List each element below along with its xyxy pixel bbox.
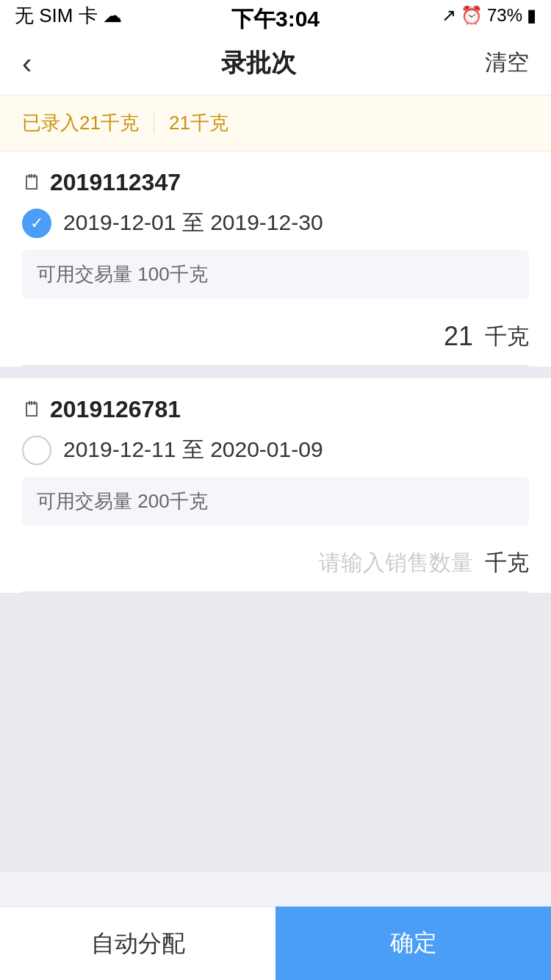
battery-level: 73% bbox=[487, 5, 522, 26]
summary-label: 已录入21千克 bbox=[22, 110, 139, 136]
batch-id-1: 2019112347 bbox=[50, 169, 181, 196]
batch-id-2: 2019126781 bbox=[50, 396, 181, 423]
status-right: ↗ ⏰ 73% ▮ bbox=[442, 5, 536, 26]
avail-row-1: 可用交易量 100千克 bbox=[22, 250, 529, 299]
status-left: 无 SIM 卡 ☁ bbox=[15, 3, 122, 29]
quantity-row-2[interactable]: 请输入销售数量 千克 bbox=[0, 541, 551, 591]
batch-header-2: 🗒 2019126781 bbox=[0, 378, 551, 429]
avail-text-2: 可用交易量 200千克 bbox=[37, 490, 208, 512]
auto-distribute-button[interactable]: 自动分配 bbox=[0, 907, 276, 980]
batch-date-row-2[interactable]: 2019-12-11 至 2020-01-09 bbox=[0, 429, 551, 477]
batch-card-2: 🗒 2019126781 2019-12-11 至 2020-01-09 可用交… bbox=[0, 378, 551, 593]
battery-icon: ▮ bbox=[527, 5, 536, 26]
empty-area bbox=[0, 593, 551, 872]
summary-value: 21千克 bbox=[169, 110, 228, 136]
summary-bar: 已录入21千克 21千克 bbox=[0, 96, 551, 151]
sim-status: 无 SIM 卡 ☁ bbox=[15, 3, 122, 29]
batch-date-1: 2019-12-01 至 2019-12-30 bbox=[63, 208, 323, 238]
back-button[interactable]: ‹ bbox=[22, 48, 32, 78]
avail-row-2: 可用交易量 200千克 bbox=[22, 477, 529, 526]
section-separator bbox=[0, 367, 551, 378]
page-title: 录批次 bbox=[221, 46, 296, 80]
clear-button[interactable]: 清空 bbox=[485, 48, 529, 78]
quantity-unit-2: 千克 bbox=[485, 548, 529, 578]
bottom-bar: 自动分配 确定 bbox=[0, 907, 551, 980]
batch-icon-2: 🗒 bbox=[22, 397, 43, 422]
quantity-value-1[interactable]: 21 bbox=[444, 321, 473, 352]
quantity-placeholder-2: 请输入销售数量 bbox=[319, 548, 473, 578]
summary-divider bbox=[154, 113, 154, 134]
avail-text-1: 可用交易量 100千克 bbox=[37, 263, 208, 285]
batch-header-1: 🗒 2019112347 bbox=[0, 151, 551, 202]
radio-button-1[interactable]: ✓ bbox=[22, 209, 51, 238]
content-area: 已录入21千克 21千克 🗒 2019112347 ✓ 2019-12-01 至… bbox=[0, 96, 551, 945]
nav-bar: ‹ 录批次 清空 bbox=[0, 31, 551, 96]
batch-date-row-1[interactable]: ✓ 2019-12-01 至 2019-12-30 bbox=[0, 202, 551, 250]
quantity-row-1: 21 千克 bbox=[0, 314, 551, 365]
confirm-button[interactable]: 确定 bbox=[276, 907, 551, 980]
alarm-icon: ⏰ bbox=[461, 5, 483, 26]
status-time: 下午3:04 bbox=[231, 4, 320, 35]
batch-icon-1: 🗒 bbox=[22, 170, 43, 195]
radio-button-2[interactable] bbox=[22, 436, 51, 465]
location-icon: ↗ bbox=[442, 5, 456, 26]
quantity-unit-1: 千克 bbox=[485, 322, 529, 352]
check-icon-1: ✓ bbox=[30, 214, 43, 233]
status-bar: 无 SIM 卡 ☁ 下午3:04 ↗ ⏰ 73% ▮ bbox=[0, 0, 551, 31]
batch-date-2: 2019-12-11 至 2020-01-09 bbox=[63, 435, 323, 465]
batch-card-1: 🗒 2019112347 ✓ 2019-12-01 至 2019-12-30 可… bbox=[0, 151, 551, 367]
